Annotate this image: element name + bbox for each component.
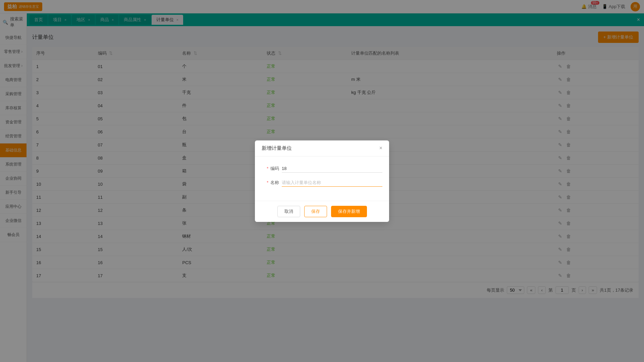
modal-title: 新增计量单位 xyxy=(262,145,292,152)
modal-close-btn[interactable]: × xyxy=(379,145,382,151)
app-container: 益柏 进销存生意宝 🔔 消息 99+ 📱 App下载 用 🔍 搜索菜单 xyxy=(0,0,644,362)
modal-header: 新增计量单位 × xyxy=(255,140,389,157)
save-add-btn[interactable]: 保存并新增 xyxy=(331,206,367,217)
save-btn[interactable]: 保存 xyxy=(304,206,327,217)
name-label: * 名称 xyxy=(262,180,282,186)
add-unit-modal: 新增计量单位 × * 编码 * 名称 xyxy=(255,140,389,222)
code-label: * 编码 xyxy=(262,166,282,172)
code-required-star: * xyxy=(267,166,268,171)
modal-body: * 编码 * 名称 xyxy=(255,157,389,201)
code-input[interactable] xyxy=(282,165,382,173)
code-label-text: 编码 xyxy=(270,166,279,171)
modal-overlay: 新增计量单位 × * 编码 * 名称 xyxy=(0,0,644,362)
code-field-row: * 编码 xyxy=(262,165,382,173)
name-label-text: 名称 xyxy=(270,180,279,185)
name-required-star: * xyxy=(267,180,268,185)
modal-footer: 取消 保存 保存并新增 xyxy=(255,201,389,222)
name-field-row: * 名称 xyxy=(262,179,382,187)
cancel-btn[interactable]: 取消 xyxy=(277,206,300,217)
name-input[interactable] xyxy=(282,179,382,187)
